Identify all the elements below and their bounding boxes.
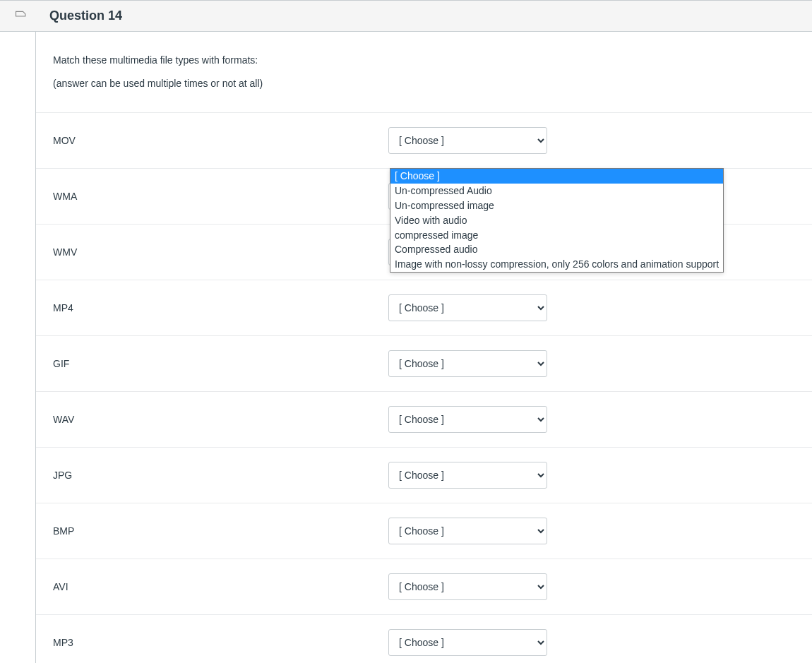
match-row-wav: WAV [ Choose ] [36, 391, 812, 447]
match-select-bmp[interactable]: [ Choose ] [388, 518, 547, 544]
match-label-gif: GIF [53, 358, 388, 369]
match-select-mp3[interactable]: [ Choose ] [388, 629, 547, 656]
match-select-wav[interactable]: [ Choose ] [388, 406, 547, 433]
match-row-mp4: MP4 [ Choose ] [36, 280, 812, 335]
match-label-mov: MOV [53, 135, 388, 146]
match-row-bmp: BMP [ Choose ] [36, 503, 812, 559]
match-select-avi[interactable]: [ Choose ] [388, 573, 547, 600]
match-row-gif: GIF [ Choose ] [36, 335, 812, 391]
dropdown-option-choose[interactable]: [ Choose ] [390, 169, 723, 184]
question-header: Question 14 [0, 0, 812, 32]
match-label-mp3: MP3 [53, 637, 388, 648]
match-select-jpg[interactable]: [ Choose ] [388, 462, 547, 489]
match-label-jpg: JPG [53, 470, 388, 481]
prompt-line-1: Match these multimedia file types with f… [53, 53, 795, 68]
dropdown-panel-mov[interactable]: [ Choose ] Un-compressed Audio Un-compre… [390, 168, 724, 273]
dropdown-option-uncompressed-audio[interactable]: Un-compressed Audio [390, 184, 723, 198]
match-label-bmp: BMP [53, 525, 388, 537]
match-row-mov: MOV [ Choose ] [36, 112, 812, 168]
prompt-line-2: (answer can be used multiple times or no… [53, 76, 795, 91]
match-label-wmv: WMV [53, 246, 388, 258]
match-label-wma: WMA [53, 191, 388, 202]
dropdown-option-compressed-image[interactable]: compressed image [390, 228, 723, 243]
question-body: Match these multimedia file types with f… [35, 32, 812, 663]
match-select-mov[interactable]: [ Choose ] [388, 127, 547, 154]
dropdown-option-uncompressed-image[interactable]: Un-compressed image [390, 198, 723, 213]
dropdown-option-compressed-audio[interactable]: Compressed audio [390, 242, 723, 257]
match-row-jpg: JPG [ Choose ] [36, 447, 812, 503]
match-select-mp4[interactable]: [ Choose ] [388, 294, 547, 321]
match-label-wav: WAV [53, 414, 388, 425]
dropdown-option-video-with-audio[interactable]: Video with audio [390, 213, 723, 228]
dropdown-option-image-nonlossy-256-animation[interactable]: Image with non-lossy compression, only 2… [390, 257, 723, 272]
match-row-mp3: MP3 [ Choose ] [36, 614, 812, 663]
match-select-gif[interactable]: [ Choose ] [388, 350, 547, 377]
match-label-avi: AVI [53, 581, 388, 592]
question-prompt: Match these multimedia file types with f… [36, 53, 812, 91]
match-row-avi: AVI [ Choose ] [36, 559, 812, 614]
question-title: Question 14 [49, 8, 122, 23]
match-label-mp4: MP4 [53, 302, 388, 313]
bookmark-outline-icon[interactable] [14, 9, 28, 25]
